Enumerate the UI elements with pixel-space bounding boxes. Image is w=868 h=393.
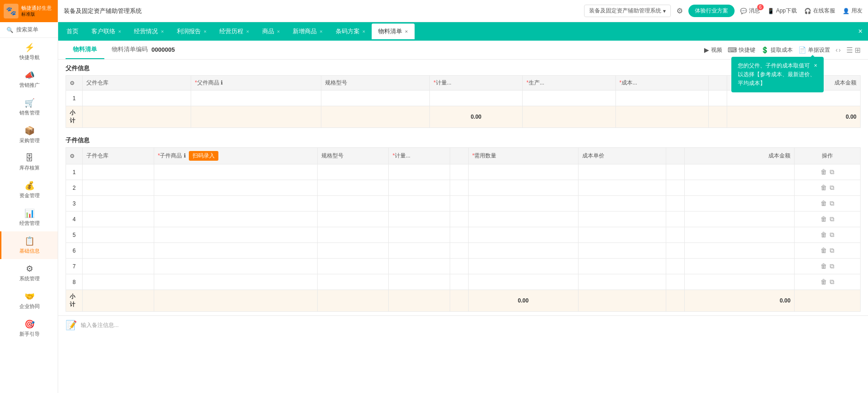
extract-cost-button[interactable]: 💲 提取成本 <box>761 46 793 54</box>
tab-profit-close[interactable]: × <box>204 29 206 34</box>
child-goods-cell[interactable] <box>154 212 317 227</box>
child-goods-cell[interactable] <box>154 243 317 259</box>
tab-barcode-close[interactable]: × <box>362 29 365 34</box>
tab-customer[interactable]: 客户联络 × <box>85 24 127 39</box>
sidebar-item-basic-info[interactable]: 📋 基础信息 <box>0 231 58 259</box>
child-unit-price-cell[interactable] <box>578 212 666 227</box>
sidebar-item-marketing[interactable]: 📣 营销推广 <box>0 66 58 93</box>
child-goods-cell[interactable] <box>154 259 317 274</box>
delete-row-button[interactable]: 🗑 <box>820 200 827 207</box>
delete-row-button[interactable]: 🗑 <box>820 247 827 254</box>
delete-row-button[interactable]: 🗑 <box>820 262 827 270</box>
child-unit-price-cell[interactable] <box>578 196 666 212</box>
sidebar-search[interactable]: 🔍 搜索菜单 <box>0 22 58 38</box>
child-goods-cell[interactable] <box>154 180 317 196</box>
child-goods-cell[interactable] <box>154 227 317 243</box>
child-warehouse-cell[interactable] <box>83 274 154 290</box>
online-service-button[interactable]: 🎧 在线客服 <box>804 7 835 15</box>
child-qty-cell[interactable] <box>468 212 578 227</box>
child-unit-price-cell[interactable] <box>578 259 666 274</box>
tab-new-goods[interactable]: 新增商品 × <box>286 24 329 39</box>
video-button[interactable]: ▶ 视频 <box>704 46 722 54</box>
child-unit-cell[interactable] <box>389 196 450 212</box>
child-qty-cell[interactable] <box>468 227 578 243</box>
tab-operation-history-close[interactable]: × <box>246 29 249 34</box>
sidebar-item-guide[interactable]: 🎯 新手引导 <box>0 314 58 342</box>
delete-row-button[interactable]: 🗑 <box>820 231 827 239</box>
scan-input-button[interactable]: 扫码录入 <box>189 151 218 161</box>
next-page-button[interactable]: › <box>838 46 841 54</box>
tab-operation-status[interactable]: 经营情况 × <box>127 24 170 39</box>
child-warehouse-cell[interactable] <box>83 243 154 259</box>
tab-goods-close[interactable]: × <box>277 29 280 34</box>
notifications-button[interactable]: 💬 消息 6 <box>740 7 760 15</box>
child-spec-cell[interactable] <box>317 212 389 227</box>
copy-row-button[interactable]: ⧉ <box>830 168 834 176</box>
tab-bom-close[interactable]: × <box>405 29 408 34</box>
child-spec-cell[interactable] <box>317 259 389 274</box>
parent-cost-cell[interactable] <box>615 91 708 106</box>
copy-row-button[interactable]: ⧉ <box>830 262 834 270</box>
child-qty-cell[interactable] <box>468 274 578 290</box>
child-unit-cell[interactable] <box>389 274 450 290</box>
parent-spec-cell[interactable] <box>321 91 429 106</box>
tab-bom[interactable]: 物料清单 × <box>372 24 414 39</box>
system-dropdown[interactable]: 装备及固定资产辅助管理系统 ▾ <box>584 5 671 17</box>
child-spec-cell[interactable] <box>317 196 389 212</box>
tab-operation-status-close[interactable]: × <box>161 29 163 34</box>
child-unit-cell[interactable] <box>389 243 450 259</box>
child-warehouse-cell[interactable] <box>83 164 154 180</box>
child-col-settings[interactable]: ⚙ <box>66 148 83 164</box>
delete-row-button[interactable]: 🗑 <box>820 184 827 192</box>
child-qty-cell[interactable] <box>468 180 578 196</box>
tab-new-goods-close[interactable]: × <box>319 29 322 34</box>
child-qty-cell[interactable] <box>468 243 578 259</box>
child-unit-price-cell[interactable] <box>578 274 666 290</box>
sidebar-item-operation[interactable]: 📊 经营管理 <box>0 204 58 231</box>
child-warehouse-cell[interactable] <box>83 227 154 243</box>
parent-production-cell[interactable] <box>523 91 615 106</box>
child-unit-cell[interactable] <box>389 164 450 180</box>
sidebar-item-system[interactable]: ⚙ 系统管理 <box>0 259 58 287</box>
child-goods-cell[interactable] <box>154 274 317 290</box>
copy-row-button[interactable]: ⧉ <box>830 247 834 254</box>
child-spec-cell[interactable] <box>317 164 389 180</box>
shortcut-button[interactable]: ⌨ 快捷键 <box>728 46 755 54</box>
parent-col-settings[interactable]: ⚙ <box>66 76 83 91</box>
child-unit-cell[interactable] <box>389 259 450 274</box>
child-goods-cell[interactable] <box>154 196 317 212</box>
child-spec-cell[interactable] <box>317 274 389 290</box>
tab-operation-history[interactable]: 经营历程 × <box>213 24 255 39</box>
child-unit-cell[interactable] <box>389 227 450 243</box>
copy-row-button[interactable]: ⧉ <box>830 278 834 286</box>
child-spec-cell[interactable] <box>317 243 389 259</box>
sidebar-item-cooperation[interactable]: 🤝 企业协同 <box>0 287 58 314</box>
child-spec-cell[interactable] <box>317 180 389 196</box>
child-qty-cell[interactable] <box>468 259 578 274</box>
copy-row-button[interactable]: ⧉ <box>830 184 834 192</box>
sidebar-item-sales[interactable]: 🛒 销售管理 <box>0 93 58 121</box>
app-download-button[interactable]: 📱 App下载 <box>767 7 797 15</box>
sidebar-item-finance[interactable]: 💰 资金管理 <box>0 176 58 204</box>
child-unit-price-cell[interactable] <box>578 243 666 259</box>
child-unit-price-cell[interactable] <box>578 180 666 196</box>
user-button[interactable]: 👤 用友 <box>843 7 862 15</box>
remark-placeholder[interactable]: 输入备注信息... <box>81 321 119 329</box>
copy-row-button[interactable]: ⧉ <box>830 200 834 207</box>
tab-goods[interactable]: 商品 × <box>256 24 286 39</box>
child-spec-cell[interactable] <box>317 227 389 243</box>
tab-home[interactable]: 首页 <box>60 24 85 39</box>
child-unit-cell[interactable] <box>389 180 450 196</box>
child-unit-price-cell[interactable] <box>578 227 666 243</box>
parent-goods-cell[interactable] <box>191 91 321 106</box>
child-qty-cell[interactable] <box>468 196 578 212</box>
sidebar-item-inventory[interactable]: 🗄 库存核算 <box>0 149 58 176</box>
close-all-tabs-button[interactable]: × <box>855 27 866 36</box>
tooltip-close-button[interactable]: × <box>814 61 817 70</box>
child-unit-price-cell[interactable] <box>578 164 666 180</box>
delete-row-button[interactable]: 🗑 <box>820 215 827 223</box>
prev-page-button[interactable]: ‹ <box>836 46 838 54</box>
child-qty-cell[interactable] <box>468 164 578 180</box>
copy-row-button[interactable]: ⧉ <box>830 215 834 223</box>
child-warehouse-cell[interactable] <box>83 180 154 196</box>
